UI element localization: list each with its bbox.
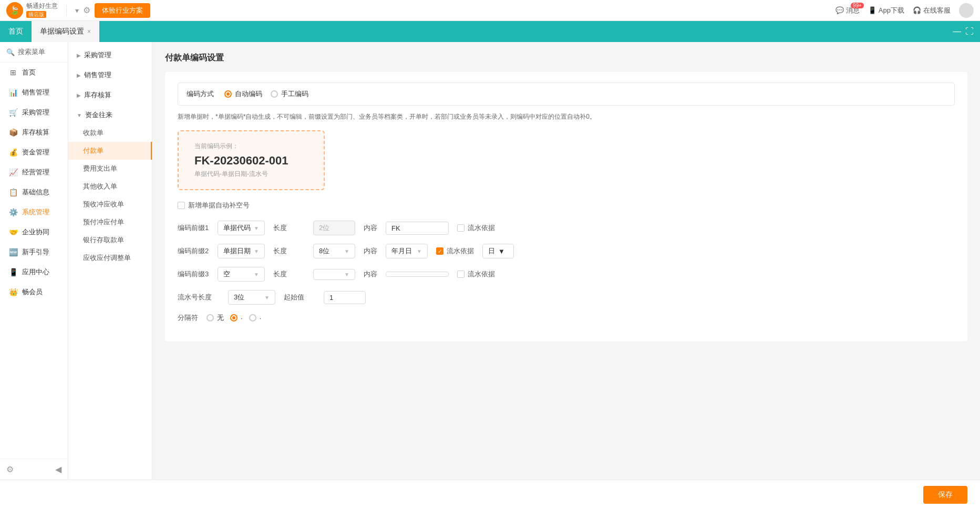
content-label2: 内容 [364, 246, 377, 256]
home-icon: ⊞ [8, 68, 18, 77]
settings-icon[interactable]: ⚙ [83, 5, 90, 15]
sep-dot-radio[interactable]: · [230, 314, 243, 322]
sep-dot-circle [230, 314, 238, 321]
encode-type-row: 编码方式 自动编码 手工编码 [178, 82, 955, 106]
length-label1: 长度 [273, 223, 305, 233]
online-service-btn[interactable]: 🎧 在线客服 [913, 6, 951, 15]
arrow-right-icon3: ▶ [77, 92, 81, 98]
content-input-1: FK [386, 222, 449, 235]
sidebar-item-inventory[interactable]: 📦 库存核算 [0, 122, 68, 142]
bottom-bar: 保存 [0, 480, 980, 509]
day-select[interactable]: 日 ▼ [482, 244, 514, 258]
sub-group-sales: ▶ 销售管理 [68, 66, 152, 84]
prefix3-select[interactable]: 空 ▼ [218, 267, 265, 282]
sub-group-inventory: ▶ 库存核算 [68, 86, 152, 104]
save-button[interactable]: 保存 [923, 486, 967, 504]
message-btn[interactable]: 💬 消息 99+ [835, 6, 860, 15]
radio-group: 自动编码 手工编码 [224, 89, 308, 99]
sidebar-item-enterprise[interactable]: 🤝 企业协同 [0, 222, 68, 242]
sep-dot2-radio[interactable]: · [249, 314, 262, 322]
sidebar-item-sales[interactable]: 📊 销售管理 [0, 82, 68, 102]
sub-item-other-income[interactable]: 其他收入单 [68, 178, 152, 195]
user-avatar[interactable] [959, 3, 974, 18]
length-label2: 长度 [273, 246, 305, 256]
stream-check-3[interactable]: 流水依据 [457, 269, 495, 279]
serial-length-label: 流水号长度 [178, 293, 220, 302]
sub-item-bank[interactable]: 银行存取款单 [68, 231, 152, 249]
trial-button[interactable]: 体验行业方案 [95, 3, 150, 18]
main-panel: 付款单编码设置 编码方式 自动编码 手工编码 [152, 42, 980, 480]
manual-encode-radio[interactable]: 手工编码 [271, 89, 308, 99]
tab-maximize-icon[interactable]: ⛶ [965, 27, 974, 36]
stream-checkbox-box-2: ✓ [436, 247, 443, 255]
serial-length-select[interactable]: 3位 ▼ [228, 290, 275, 305]
sidebar-item-apps[interactable]: 📱 应用中心 [0, 262, 68, 282]
sub-group-purchase-title[interactable]: ▶ 采购管理 [68, 46, 152, 64]
app-download-btn[interactable]: 📱 App下载 [868, 6, 904, 15]
sidebar-item-system[interactable]: ⚙️ 系统管理 [0, 202, 68, 222]
sub-item-receipt[interactable]: 收款单 [68, 124, 152, 142]
length-label3: 长度 [273, 269, 305, 279]
sub-item-expense[interactable]: 费用支出单 [68, 160, 152, 178]
separator-row: 分隔符 无 · · [178, 313, 955, 323]
settings-card: 编码方式 自动编码 手工编码 新增单据时，*单据编码*自动生成，不可编辑，前缀设… [165, 72, 967, 341]
auto-fill-checkbox[interactable]: 新增单据自动补空号 [178, 201, 250, 210]
form-row-2: 编码前缀2 单据日期 ▼ 长度 8位 ▼ 内容 年月日 ▼ [178, 244, 955, 258]
sidebar-settings-icon[interactable]: ⚙ [6, 464, 14, 474]
tab-home[interactable]: 首页 [0, 21, 32, 42]
sub-item-prepay-receivable[interactable]: 预收冲应收单 [68, 195, 152, 213]
form-label-prefix1: 编码前缀1 [178, 223, 209, 233]
guide-icon: 🆕 [8, 247, 18, 257]
tab-bar-actions: — ⛶ [953, 27, 980, 36]
nav-collapse-btn[interactable]: ▾ [75, 6, 79, 15]
chevron-down-icon5: ▼ [498, 247, 505, 255]
tab-minimize-icon[interactable]: — [953, 27, 961, 36]
sidebar-item-member[interactable]: 👑 畅会员 [0, 282, 68, 302]
sidebar-item-guide[interactable]: 🆕 新手引导 [0, 242, 68, 262]
sep-none-radio[interactable]: 无 [207, 313, 224, 323]
form-row-1: 编码前缀1 单据代码 ▼ 长度 2位 内容 FK 流水依据 [178, 221, 955, 235]
operation-icon: 📈 [8, 168, 18, 177]
auto-encode-radio[interactable]: 自动编码 [224, 89, 262, 99]
sub-group-capital-title[interactable]: ▼ 资金往来 [68, 106, 152, 124]
encode-type-label: 编码方式 [187, 89, 214, 99]
enterprise-icon: 🤝 [8, 227, 18, 237]
sub-item-adjust[interactable]: 应收应付调整单 [68, 249, 152, 267]
sub-sidebar: ▶ 采购管理 ▶ 销售管理 ▶ 库存核算 ▼ 资金往来 [68, 42, 152, 480]
inventory-icon: 📦 [8, 128, 18, 137]
top-bar-left: 🍃 畅通好生意 插店版 ▾ ⚙ 体验行业方案 [6, 2, 150, 19]
tab-encode-setting[interactable]: 单据编码设置 × [32, 21, 99, 42]
prefix1-select[interactable]: 单据代码 ▼ [218, 221, 265, 235]
preview-desc: 单据代码-单据日期-流水号 [194, 170, 308, 179]
length-select-3[interactable]: ▼ [313, 269, 355, 280]
chevron-down-icon4: ▼ [417, 248, 422, 254]
system-icon: ⚙️ [8, 207, 18, 217]
sidebar-item-basics[interactable]: 📋 基础信息 [0, 182, 68, 202]
tab-close-icon[interactable]: × [87, 28, 91, 35]
form-label-prefix3: 编码前缀3 [178, 269, 209, 279]
sub-group-capital: ▼ 资金往来 收款单 付款单 费用支出单 其他收入单 预收冲应收单 预付冲应付单… [68, 106, 152, 267]
page-title: 付款单编码设置 [165, 53, 967, 64]
stream-check-2[interactable]: ✓ 流水依据 [436, 246, 474, 256]
sub-group-sales-title[interactable]: ▶ 销售管理 [68, 66, 152, 84]
length-select-2[interactable]: 8位 ▼ [313, 244, 355, 258]
sidebar-item-operation[interactable]: 📈 经营管理 [0, 162, 68, 182]
auto-fill-checkbox-box [178, 202, 185, 209]
sidebar-item-home[interactable]: ⊞ 首页 [0, 63, 68, 82]
sidebar-collapse-icon[interactable]: ◀ [55, 464, 61, 474]
member-icon: 👑 [8, 287, 18, 297]
sub-group-inventory-title[interactable]: ▶ 库存核算 [68, 86, 152, 104]
message-badge: 99+ [851, 3, 864, 8]
sub-item-payment[interactable]: 付款单 [68, 142, 152, 160]
sidebar-item-purchase[interactable]: 🛒 采购管理 [0, 102, 68, 122]
stream-checkbox-box-3 [457, 271, 465, 278]
main-layout: 🔍 搜索菜单 ⊞ 首页 📊 销售管理 🛒 采购管理 📦 库存核算 💰 资金管理 … [0, 42, 980, 480]
stream-check-1[interactable]: 流水依据 [457, 223, 495, 233]
sidebar-search[interactable]: 🔍 搜索菜单 [0, 42, 68, 63]
content-select-2[interactable]: 年月日 ▼ [386, 244, 428, 258]
sub-item-prepay-payable[interactable]: 预付冲应付单 [68, 213, 152, 231]
sep-dot2-circle [249, 314, 256, 321]
sidebar-item-capital[interactable]: 💰 资金管理 [0, 142, 68, 162]
prefix2-select[interactable]: 单据日期 ▼ [218, 244, 265, 258]
start-value-input[interactable]: 1 [324, 291, 366, 304]
